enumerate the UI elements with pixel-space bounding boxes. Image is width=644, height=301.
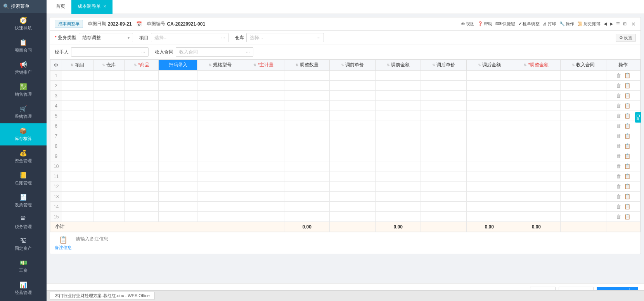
cell-warehouse[interactable] <box>93 141 125 151</box>
cell-project[interactable] <box>62 212 93 222</box>
cell-scan[interactable] <box>159 182 197 192</box>
cell-pre-amt[interactable] <box>375 91 421 101</box>
sidebar-item-ops-mgmt[interactable]: 📊 经营管理 <box>0 277 47 299</box>
cell-scan[interactable] <box>159 141 197 151</box>
cell-warehouse[interactable] <box>93 161 125 171</box>
cell-goods[interactable] <box>125 91 159 101</box>
cell-spec[interactable] <box>197 151 243 161</box>
row-copy-icon[interactable]: 📋 <box>624 143 630 149</box>
sidebar-item-base-info[interactable]: 🗂 基础信息 <box>0 299 47 301</box>
cell-spec[interactable] <box>197 212 243 222</box>
nav-prev-btn[interactable]: ◀ <box>604 21 607 26</box>
cell-warehouse[interactable] <box>93 91 125 101</box>
cell-spec[interactable] <box>197 71 243 81</box>
cell-post-price[interactable] <box>421 182 467 192</box>
side-tag[interactable]: Ear <box>635 112 641 123</box>
cell-unit[interactable] <box>243 111 284 121</box>
cell-project[interactable] <box>62 121 93 131</box>
tab-close-icon[interactable]: ✕ <box>103 4 106 9</box>
cell-project[interactable] <box>62 81 93 91</box>
cell-pre-amt[interactable] <box>375 141 421 151</box>
row-copy-icon[interactable]: 📋 <box>624 133 630 139</box>
cell-pre-amt[interactable] <box>375 81 421 91</box>
row-delete-icon[interactable]: 🗑 <box>616 113 621 119</box>
cell-adj-qty[interactable] <box>284 101 330 111</box>
cell-pre-price[interactable] <box>330 101 376 111</box>
cell-income-contract[interactable] <box>561 212 606 222</box>
cell-spec[interactable] <box>197 81 243 91</box>
cell-unit[interactable] <box>243 202 284 212</box>
row-delete-icon[interactable]: 🗑 <box>616 214 621 220</box>
cell-post-amt[interactable] <box>466 91 512 101</box>
cell-pre-amt[interactable] <box>375 192 421 202</box>
biz-type-select[interactable]: 结存调整 ▾ <box>79 33 133 42</box>
cell-income-contract[interactable] <box>561 111 606 121</box>
cell-adj-qty[interactable] <box>284 91 330 101</box>
cell-unit[interactable] <box>243 81 284 91</box>
cell-goods[interactable] <box>125 151 159 161</box>
cell-goods[interactable] <box>125 212 159 222</box>
cell-warehouse[interactable] <box>93 121 125 131</box>
cell-adj-qty[interactable] <box>284 111 330 121</box>
cell-goods[interactable] <box>125 161 159 171</box>
cell-income-contract[interactable] <box>561 91 606 101</box>
cell-post-amt[interactable] <box>466 81 512 91</box>
cell-adj-amt[interactable] <box>512 91 561 101</box>
calendar-icon[interactable]: 📅 <box>136 21 142 27</box>
cell-unit[interactable] <box>243 192 284 202</box>
cell-unit[interactable] <box>243 91 284 101</box>
cell-pre-amt[interactable] <box>375 202 421 212</box>
sidebar-item-salary[interactable]: 💵 工资 <box>0 255 47 277</box>
cell-post-price[interactable] <box>421 91 467 101</box>
row-delete-icon[interactable]: 🗑 <box>616 163 621 169</box>
cell-adj-qty[interactable] <box>284 161 330 171</box>
cell-goods[interactable] <box>125 121 159 131</box>
row-copy-icon[interactable]: 📋 <box>624 194 630 199</box>
cell-unit[interactable] <box>243 212 284 222</box>
help-btn[interactable]: ❓ 帮助 <box>478 21 492 27</box>
cell-warehouse[interactable] <box>93 131 125 141</box>
cell-adj-amt[interactable] <box>512 101 561 111</box>
cell-income-contract[interactable] <box>561 71 606 81</box>
cell-warehouse[interactable] <box>93 151 125 161</box>
cell-pre-price[interactable] <box>330 71 376 81</box>
cell-post-amt[interactable] <box>466 101 512 111</box>
cell-post-price[interactable] <box>421 151 467 161</box>
cell-project[interactable] <box>62 71 93 81</box>
cell-pre-price[interactable] <box>330 161 376 171</box>
cell-adj-qty[interactable] <box>284 171 330 182</box>
cell-spec[interactable] <box>197 101 243 111</box>
row-copy-icon[interactable]: 📋 <box>624 123 630 129</box>
taskbar-wps-item[interactable]: 木门行业好业财处理方案-暮红红.doc - WPS Office <box>50 292 155 300</box>
cell-scan[interactable] <box>159 192 197 202</box>
cell-unit[interactable] <box>243 141 284 151</box>
cell-post-price[interactable] <box>421 171 467 182</box>
sidebar-item-inventory[interactable]: 📦 库存核算 <box>0 123 47 145</box>
cell-pre-price[interactable] <box>330 131 376 141</box>
cell-goods[interactable] <box>125 81 159 91</box>
cell-post-price[interactable] <box>421 192 467 202</box>
cell-spec[interactable] <box>197 171 243 182</box>
cell-post-price[interactable] <box>421 202 467 212</box>
cell-adj-qty[interactable] <box>284 212 330 222</box>
tab-cost-adjust[interactable]: 成本调整单 ✕ <box>71 0 113 14</box>
cell-project[interactable] <box>62 171 93 182</box>
cell-goods[interactable] <box>125 101 159 111</box>
sidebar-item-purchase-mgmt[interactable]: 🛒 采购管理 <box>0 101 47 123</box>
cell-adj-qty[interactable] <box>284 192 330 202</box>
sidebar-item-project-contract[interactable]: 📋 项目合同 <box>0 35 47 57</box>
cell-scan[interactable] <box>159 161 197 171</box>
row-copy-icon[interactable]: 📋 <box>624 93 630 99</box>
cell-post-price[interactable] <box>421 111 467 121</box>
cell-adj-amt[interactable] <box>512 81 561 91</box>
cell-adj-amt[interactable] <box>512 171 561 182</box>
row-delete-icon[interactable]: 🗑 <box>616 123 621 129</box>
cell-post-amt[interactable] <box>466 212 512 222</box>
sidebar-item-quick-nav[interactable]: 🧭 快速导航 <box>0 13 47 35</box>
cell-adj-amt[interactable] <box>512 131 561 141</box>
cell-unit[interactable] <box>243 151 284 161</box>
cell-scan[interactable] <box>159 101 197 111</box>
sidebar-item-tax-mgmt[interactable]: 🏛 税务管理 <box>0 212 47 234</box>
cell-post-price[interactable] <box>421 161 467 171</box>
cell-warehouse[interactable] <box>93 212 125 222</box>
